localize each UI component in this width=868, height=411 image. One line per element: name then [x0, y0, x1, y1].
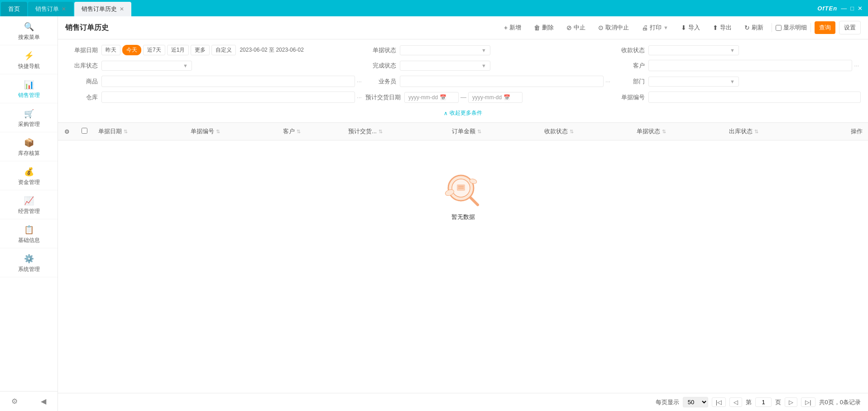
th-ship-status-sort: ⇅	[754, 129, 758, 134]
table-settings-icon[interactable]: ⚙	[64, 128, 70, 135]
fund-mgmt-icon: 💰	[24, 167, 34, 177]
sidebar-item-sys-mgmt-label: 系统管理	[18, 266, 40, 273]
sidebar-collapse-btn[interactable]: ◀	[37, 395, 50, 407]
sys-mgmt-icon: ⚙️	[24, 254, 34, 264]
close-btn[interactable]: ✕	[858, 5, 863, 12]
product-input-area: ···	[101, 76, 364, 87]
first-page-btn[interactable]: |◁	[712, 397, 726, 407]
delivery-date-start-text: yyyy-mm-dd	[408, 94, 438, 101]
sidebar-item-sys-mgmt[interactable]: ⚙️ 系统管理	[0, 248, 58, 277]
th-delivery[interactable]: 预计交货... ⇅	[343, 123, 446, 140]
settings-button[interactable]: 设置	[839, 21, 861, 34]
filter-complete-status-col: 完成状态 ▼	[364, 61, 612, 71]
salesperson-input[interactable]	[400, 76, 604, 87]
collapse-bar[interactable]: ∧ 收起更多条件	[65, 107, 861, 117]
cancel-stop-button[interactable]: ⊙ 取消中止	[594, 21, 633, 34]
sidebar-item-ops-mgmt[interactable]: 📈 经营管理	[0, 190, 58, 219]
th-ship-status[interactable]: 出库状态 ⇅	[724, 123, 816, 140]
delivery-date-start[interactable]: yyyy-mm-dd 📅	[404, 92, 459, 103]
new-button[interactable]: + 新增	[499, 21, 526, 34]
stop-button[interactable]: ⊘ 中止	[562, 21, 590, 34]
date-btn-7days[interactable]: 近7天	[143, 45, 165, 55]
import-label: 导入	[688, 24, 700, 32]
payment-status-select[interactable]: ▼	[648, 45, 739, 55]
tab-list: 首页 销售订单 ✕ 销售订单历史 ✕	[0, 0, 131, 16]
sidebar-item-search-menu[interactable]: 🔍 搜索菜单	[0, 16, 58, 45]
customer-input[interactable]	[648, 60, 852, 71]
sidebar-item-purchase-mgmt[interactable]: 🛒 采购管理	[0, 103, 58, 132]
print-button[interactable]: 🖨 打印 ▼	[637, 21, 673, 34]
tab-sales-order[interactable]: 销售订单 ✕	[28, 2, 73, 16]
th-settings[interactable]: ⚙	[58, 123, 76, 140]
th-date[interactable]: 单据日期 ⇅	[93, 123, 185, 140]
complete-status-select[interactable]: ▼	[400, 61, 490, 71]
tab-sales-order-close[interactable]: ✕	[62, 6, 66, 12]
data-table: ⚙ 单据日期 ⇅ 单据编号 ⇅	[58, 123, 868, 248]
warehouse-dots[interactable]: ···	[355, 94, 364, 101]
th-payment[interactable]: 收款状态 ⇅	[539, 123, 631, 140]
payment-status-label: 收款状态	[612, 46, 648, 54]
date-btn-custom[interactable]: 自定义	[211, 45, 236, 55]
refresh-button[interactable]: ↻ 刷新	[740, 21, 768, 34]
delete-icon: 🗑	[534, 24, 540, 31]
delivery-date-end[interactable]: yyyy-mm-dd 📅	[468, 92, 523, 103]
th-number[interactable]: 单据编号 ⇅	[185, 123, 278, 140]
th-checkbox[interactable]	[76, 123, 93, 140]
prev-page-btn[interactable]: ◁	[729, 397, 742, 407]
th-amount[interactable]: 订单金额 ⇅	[446, 123, 539, 140]
tab-home[interactable]: 首页	[1, 2, 27, 16]
import-button[interactable]: ⬇ 导入	[676, 21, 705, 34]
per-page-select[interactable]: 10 20 50 100	[683, 397, 708, 407]
sidebar-settings-btn[interactable]: ⚙	[8, 395, 21, 407]
export-button[interactable]: ⬆ 导出	[708, 21, 736, 34]
maximize-btn[interactable]: □	[850, 5, 854, 12]
filter-row-4: 仓库 ··· 预计交货日期 yyyy-mm-dd 📅 — yyyy-mm-dd	[65, 92, 861, 103]
date-btn-today[interactable]: 今天	[122, 45, 141, 55]
customer-dots[interactable]: ···	[852, 62, 861, 69]
svg-line-2	[470, 198, 478, 205]
ship-status-select[interactable]: ▼	[101, 61, 192, 71]
th-customer-sort: ⇅	[297, 129, 301, 134]
complete-status-label: 完成状态	[364, 62, 400, 70]
date-btn-yesterday[interactable]: 昨天	[101, 45, 120, 55]
th-doc-status-label: 单据状态	[637, 128, 660, 135]
th-doc-status[interactable]: 单据状态 ⇅	[631, 123, 724, 140]
date-range-text: 2023-06-02 至 2023-06-02	[240, 46, 303, 54]
date-label: 单据日期	[65, 46, 101, 54]
minimize-btn[interactable]: —	[841, 5, 847, 12]
settings-label: 设置	[844, 24, 856, 32]
sidebar-item-basic-info[interactable]: 📋 基础信息	[0, 219, 58, 248]
sidebar-item-inventory-calc-label: 库存核算	[18, 150, 40, 157]
dept-select[interactable]: ▼	[648, 77, 739, 87]
th-customer[interactable]: 客户 ⇅	[278, 123, 343, 140]
display-cols-checkbox[interactable]: 显示明细	[776, 24, 807, 32]
page-number-input[interactable]	[755, 397, 772, 407]
tab-sales-order-history[interactable]: 销售订单历史 ✕	[74, 2, 131, 16]
product-input[interactable]	[101, 76, 355, 87]
collapse-up-icon: ∧	[444, 110, 448, 116]
tab-sales-order-history-close[interactable]: ✕	[120, 6, 124, 12]
sidebar-item-inventory-calc[interactable]: 📦 库存核算	[0, 132, 58, 161]
delete-button[interactable]: 🗑 删除	[529, 21, 558, 34]
sidebar-item-fund-mgmt[interactable]: 💰 资金管理	[0, 161, 58, 190]
sidebar-item-search-menu-label: 搜索菜单	[18, 34, 40, 41]
content-area: 销售订单历史 + 新增 🗑 删除 ⊘ 中止 ⊙ 取消中止	[58, 16, 868, 411]
query-button[interactable]: 查询	[815, 21, 835, 34]
last-page-btn[interactable]: ▷|	[801, 397, 815, 407]
select-all-checkbox[interactable]	[82, 128, 87, 134]
product-dots[interactable]: ···	[355, 78, 364, 85]
display-cols-input[interactable]	[776, 25, 782, 31]
ops-mgmt-icon: 📈	[24, 196, 34, 206]
warehouse-input[interactable]	[101, 92, 355, 103]
empty-row: 暂无数据	[58, 140, 868, 249]
salesperson-label: 业务员	[364, 77, 400, 86]
sidebar-item-sales-mgmt[interactable]: 📊 销售管理	[0, 74, 58, 103]
date-btn-more[interactable]: 更多	[191, 45, 210, 55]
salesperson-dots[interactable]: ···	[604, 78, 612, 85]
next-page-btn[interactable]: ▷	[785, 397, 797, 407]
doc-number-input[interactable]	[648, 92, 861, 103]
query-label: 查询	[819, 24, 831, 32]
doc-status-select[interactable]: ▼	[400, 45, 490, 55]
date-btn-month[interactable]: 近1月	[167, 45, 189, 55]
sidebar-item-quick-nav[interactable]: ⚡ 快捷导航	[0, 45, 58, 74]
